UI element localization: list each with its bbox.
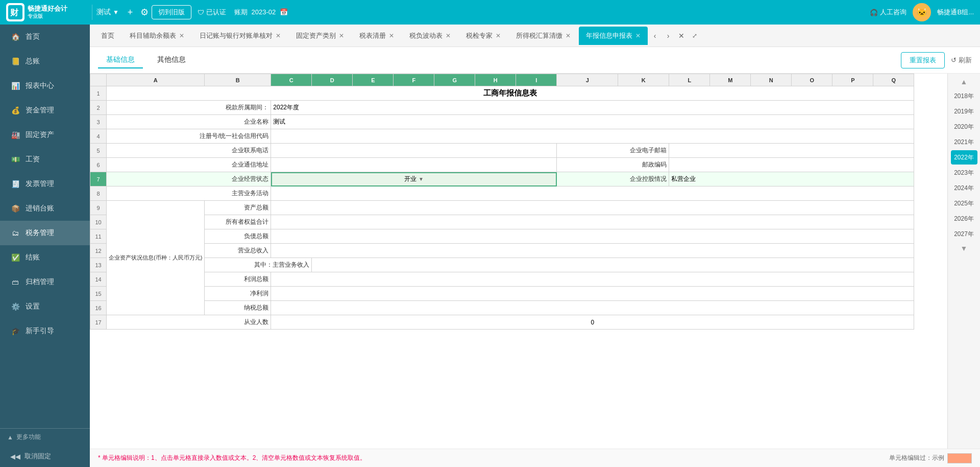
sidebar-item-asset[interactable]: 🏭 固定资产 [0,123,90,147]
col-header-l[interactable]: L [669,74,710,86]
tab-close-incometax[interactable]: ✕ [566,32,571,39]
tab-close-annualreport[interactable]: ✕ [635,32,641,39]
switch-old-button[interactable]: 切到旧版 [152,5,191,19]
sidebar-item-guide[interactable]: 🎓 新手引导 [0,319,90,343]
col-header-k[interactable]: K [618,74,669,86]
tab-prev-button[interactable]: ‹ [649,30,661,42]
support-button[interactable]: 🎧 人工咨询 [870,8,906,17]
year-2022[interactable]: 2022年 [951,150,977,165]
sidebar-item-report[interactable]: 📊 报表中心 [0,74,90,98]
tab-taxlist[interactable]: 税表清册 ✕ [352,27,401,45]
workname-dropdown[interactable]: ▼ [113,9,119,16]
sidebar-item-archive[interactable]: 🗃 归档管理 [0,270,90,294]
biz-status-value-cell[interactable]: 开业 ▼ [271,172,557,186]
tab-annualreport[interactable]: 年报信息申报表 ✕ [579,27,648,45]
sidebar-item-tax[interactable]: 🗂 税务管理 [0,221,90,245]
total-revenue-value-cell[interactable] [271,244,914,258]
sidebar-more-items[interactable]: ▲ 更多功能 [0,429,90,446]
profit-value-cell[interactable] [271,272,914,287]
reset-report-button[interactable]: 重置报表 [901,52,945,68]
holding-value-cell[interactable]: 私营企业 [669,172,914,186]
year-2024[interactable]: 2024年 [951,181,977,195]
col-header-g[interactable]: G [434,74,475,86]
sidebar-item-fund[interactable]: 💰 资金管理 [0,98,90,123]
year-2027[interactable]: 2027年 [951,227,977,241]
tab-fixedasset[interactable]: 固定资产类别 ✕ [289,27,351,45]
calendar-icon[interactable]: 📅 [280,8,288,16]
col-header-c[interactable]: C [271,74,312,86]
col-header-i[interactable]: I [516,74,557,86]
col-header-b[interactable]: B [205,74,271,86]
tab-close-taxlist[interactable]: ✕ [389,32,394,39]
equity-value-cell[interactable] [271,215,914,229]
col-header-j[interactable]: J [557,74,618,86]
sheet-scroll[interactable]: A B C D E F G H I J [90,74,947,449]
sidebar-item-settings[interactable]: ⚙️ 设置 [0,294,90,319]
period-value-cell[interactable]: 2022年度 [271,101,914,115]
tab-taxwave[interactable]: 税负波动表 ✕ [402,27,458,45]
total-asset-value-cell[interactable] [271,201,914,215]
settings-icon[interactable]: ⚙ [137,5,152,19]
add-tab-button[interactable]: + [123,5,137,19]
refresh-button[interactable]: ↺ 刷新 [951,56,972,65]
year-2025[interactable]: 2025年 [951,196,977,211]
net-profit-value-cell[interactable] [271,287,914,301]
tab-close-journal[interactable]: ✕ [276,32,281,39]
tax-total-value-cell[interactable] [271,301,914,315]
year-2026[interactable]: 2026年 [951,212,977,226]
tab-close-fixedasset[interactable]: ✕ [339,32,344,39]
regcode-value-cell[interactable] [271,129,914,144]
year-panel-down[interactable]: ▼ [955,242,973,254]
year-2019[interactable]: 2019年 [951,104,977,119]
spreadsheet: A B C D E F G H I J [90,74,914,330]
year-panel-up[interactable]: ▲ [955,76,973,88]
tab-taxcheck[interactable]: 税检专家 ✕ [459,27,508,45]
col-header-n[interactable]: N [751,74,792,86]
table-title[interactable]: 工商年报信息表 [107,86,914,101]
year-2018[interactable]: 2018年 [951,89,977,103]
debt-value-cell[interactable] [271,229,914,244]
col-header-h[interactable]: H [475,74,516,86]
tab-incometax[interactable]: 所得税汇算清缴 ✕ [509,27,578,45]
col-header-q[interactable]: Q [873,74,914,86]
col-header-e[interactable]: E [353,74,394,86]
phone-value-cell[interactable] [271,144,557,158]
col-header-d[interactable]: D [312,74,353,86]
sidebar-item-ledger[interactable]: 📒 总账 [0,49,90,74]
tab-close-auxiliary[interactable]: ✕ [179,32,184,39]
col-header-o[interactable]: O [792,74,832,86]
zipcode-value-cell[interactable] [669,158,914,172]
tab-journal[interactable]: 日记账与银行对账单核对 ✕ [192,27,288,45]
sidebar-item-wage[interactable]: 💵 工资 [0,147,90,172]
year-2020[interactable]: 2020年 [951,120,977,134]
year-2021[interactable]: 2021年 [951,135,977,149]
dropdown-arrow-icon[interactable]: ▼ [419,176,424,182]
tab-close-taxcheck[interactable]: ✕ [496,32,501,39]
tab-auxiliary[interactable]: 科目辅助余额表 ✕ [122,27,191,45]
sidebar-item-settle[interactable]: ✅ 结账 [0,245,90,270]
col-header-p[interactable]: P [832,74,873,86]
col-header-f[interactable]: F [394,74,434,86]
tab-close-taxwave[interactable]: ✕ [446,32,451,39]
tab-close-all-button[interactable]: ✕ [675,30,688,42]
email-value-cell[interactable] [669,144,914,158]
col-header-m[interactable]: M [710,74,751,86]
tab-home[interactable]: 首页 [94,27,121,45]
address-value-cell[interactable] [271,158,557,172]
sub-tab-other[interactable]: 其他信息 [149,52,194,68]
sub-tab-basic[interactable]: 基础信息 [98,52,143,68]
main-revenue-value-cell[interactable] [312,258,914,272]
tab-next-button[interactable]: › [662,30,674,42]
user-avatar[interactable]: 🐱 [913,3,931,21]
tab-expand-button[interactable]: ⤢ [689,30,701,42]
username[interactable]: 畅捷通B组... [937,8,974,17]
col-header-a[interactable]: A [107,74,205,86]
sidebar-item-home[interactable]: 🏠 首页 [0,25,90,49]
pin-button[interactable]: ◀◀ 取消固定 [0,446,90,467]
employees-value-cell[interactable]: 0 [271,315,914,330]
sidebar-item-invoice[interactable]: 🧾 发票管理 [0,172,90,196]
main-biz-value-cell[interactable] [271,186,914,201]
company-value-cell[interactable]: 测试 [271,115,914,129]
year-2023[interactable]: 2023年 [951,166,977,180]
sidebar-item-inventory[interactable]: 📦 进销台账 [0,196,90,221]
